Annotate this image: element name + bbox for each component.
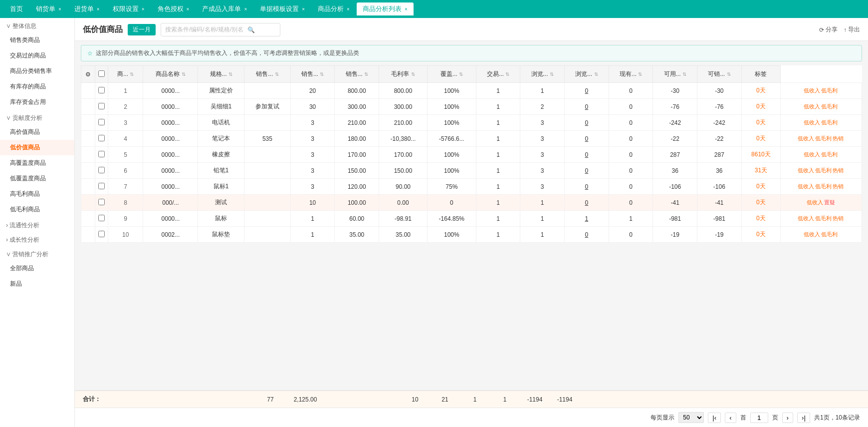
search-box[interactable]: 搜索条件/编码/名称/规格/别名 🔍 [161,23,280,36]
sidebar-item-低覆盖度商品[interactable]: 低覆盖度商品 [0,171,74,186]
nav-item-产成品入库单[interactable]: 产成品入库单× [196,2,253,15]
browse-link[interactable]: 0 [585,135,589,142]
nav-close-icon[interactable]: × [142,6,145,12]
search-placeholder: 搜索条件/编码/名称/规格/别名 [165,25,243,34]
tag-低收入: 低收入 [804,87,820,93]
row-gear [81,147,95,163]
tag-热销: 热销 [833,215,844,221]
nav-close-icon[interactable]: × [97,6,100,12]
browse-link[interactable]: 0 [585,87,589,94]
sidebar-item-全部商品[interactable]: 全部商品 [0,261,74,276]
table-area[interactable]: ⚙ 商... ⇅ 商品名称 ⇅ 规格... ⇅ 销售... ⇅ 销售... ⇅ … [75,65,868,390]
browse-link[interactable]: 0 [585,231,589,238]
row-checkbox[interactable] [98,119,105,125]
nav-item-销货单[interactable]: 销货单× [30,2,67,15]
col-cover[interactable]: 覆盖... ⇅ [427,66,476,83]
row-checkbox[interactable] [98,183,105,189]
row-gear [81,131,95,147]
sidebar-item-高覆盖度商品[interactable]: 高覆盖度商品 [0,155,74,171]
row-checkbox[interactable] [98,199,105,205]
browse-link[interactable]: 0 [585,199,589,206]
row-checkbox[interactable] [98,103,105,109]
row-checkbox[interactable] [98,87,105,93]
sidebar-item-高毛利商品[interactable]: 高毛利商品 [0,186,74,202]
share-button[interactable]: ⟳ 分享 [819,25,838,34]
next-page-button[interactable]: › [782,413,793,423]
nav-item-首页[interactable]: 首页 [4,2,29,15]
row-checkbox[interactable] [98,135,105,141]
sidebar-group-营销推广分析[interactable]: ∨ 营销推广分析 [0,246,74,261]
page-suffix: 页 [772,414,778,422]
first-page-button[interactable]: |‹ [708,413,721,423]
nav-item-单据模板设置[interactable]: 单据模板设置× [254,2,311,15]
nav-item-权限设置[interactable]: 权限设置× [107,2,151,15]
sidebar-item-有库存的商品[interactable]: 有库存的商品 [0,79,74,94]
pagination-bar: 每页显示 50 20 100 |‹ ‹ 首 页 › ›| 共1页，10条记录 [75,408,868,427]
export-icon: ↑ [844,26,847,33]
col-sale3[interactable]: 销售... ⇅ [335,66,379,83]
sidebar-item-低价值商品[interactable]: 低价值商品 [0,140,74,155]
export-button[interactable]: ↑ 导出 [844,25,860,34]
nav-item-商品分析[interactable]: 商品分析× [312,2,356,15]
col-margin[interactable]: 毛利率 ⇅ [379,66,428,83]
row-checkbox[interactable] [98,167,105,173]
nav-close-icon[interactable]: × [244,6,247,12]
row-checkbox[interactable] [98,151,105,157]
browse-link[interactable]: 0 [585,103,589,110]
row-checkbox[interactable] [98,215,105,221]
filter-button[interactable]: 近一月 [128,24,156,35]
col-browse2[interactable]: 浏览... ⇅ [565,66,609,83]
col-tags[interactable]: 标签 [741,66,781,83]
nav-item-商品分析列表[interactable]: 商品分析列表× [357,2,414,15]
sidebar-item-新品[interactable]: 新品 [0,276,74,292]
browse-link[interactable]: 0 [585,119,589,126]
row-checkbox[interactable] [98,231,105,237]
nav-item-进货单[interactable]: 进货单× [68,2,106,15]
sidebar-item-销售类商品[interactable]: 销售类商品 [0,32,74,48]
last-page-button[interactable]: ›| [797,413,810,423]
col-name[interactable]: 商品名称 ⇅ [143,66,198,83]
totals-trade: 21 [430,396,460,403]
browse-link[interactable]: 0 [585,151,589,158]
sidebar-group-流通性分析[interactable]: › 流通性分析 [0,217,74,232]
nav-close-icon[interactable]: × [187,6,190,12]
nav-close-icon[interactable]: × [347,6,350,12]
col-stock3[interactable]: 可销... ⇅ [697,66,742,83]
row-tags: 低收入低毛利 [781,227,862,243]
browse-link[interactable]: 1 [585,215,589,222]
page-input[interactable] [750,413,768,423]
col-sale1[interactable]: 销售... ⇅ [244,66,291,83]
sidebar-item-交易过的商品[interactable]: 交易过的商品 [0,48,74,63]
browse-link[interactable]: 0 [585,183,589,190]
tag-低毛利: 低毛利 [815,183,832,189]
sidebar-group-贡献度分析[interactable]: ∨ 贡献度分析 [0,110,74,124]
col-spec[interactable]: 规格... ⇅ [198,66,244,83]
tag-低毛利: 低毛利 [815,215,832,221]
row-tags: 低收入低毛利热销 [781,211,862,227]
browse-link[interactable]: 0 [585,167,589,174]
select-all-checkbox[interactable] [98,70,105,77]
col-stock1[interactable]: 现有... ⇅ [609,66,653,83]
col-browse1[interactable]: 浏览... ⇅ [520,66,565,83]
tag-低收入: 低收入 [798,215,814,221]
per-page-select[interactable]: 50 20 100 [678,412,704,423]
col-trade[interactable]: 交易... ⇅ [476,66,520,83]
col-checkbox[interactable] [95,66,108,83]
col-gear[interactable]: ⚙ [81,66,95,83]
col-stock2[interactable]: 可用... ⇅ [653,66,697,83]
search-icon[interactable]: 🔍 [247,26,255,33]
sidebar-group-成长性分析[interactable]: › 成长性分析 [0,232,74,246]
col-sale2[interactable]: 销售... ⇅ [290,66,335,83]
nav-close-icon[interactable]: × [302,6,305,12]
sidebar-item-高价值商品[interactable]: 高价值商品 [0,124,74,140]
nav-item-角色授权[interactable]: 角色授权× [152,2,196,15]
sidebar-item-商品分类销售率[interactable]: 商品分类销售率 [0,63,74,79]
nav-close-icon[interactable]: × [58,6,61,12]
prev-page-button[interactable]: ‹ [725,413,736,423]
col-code[interactable]: 商... ⇅ [108,66,143,83]
sidebar-item-库存资金占用[interactable]: 库存资金占用 [0,94,74,110]
sidebar-group-整体信息[interactable]: ∨ 整体信息 [0,18,74,32]
sidebar-item-低毛利商品[interactable]: 低毛利商品 [0,202,74,217]
nav-close-icon[interactable]: × [405,6,408,12]
per-page-label: 每页显示 [651,414,674,422]
